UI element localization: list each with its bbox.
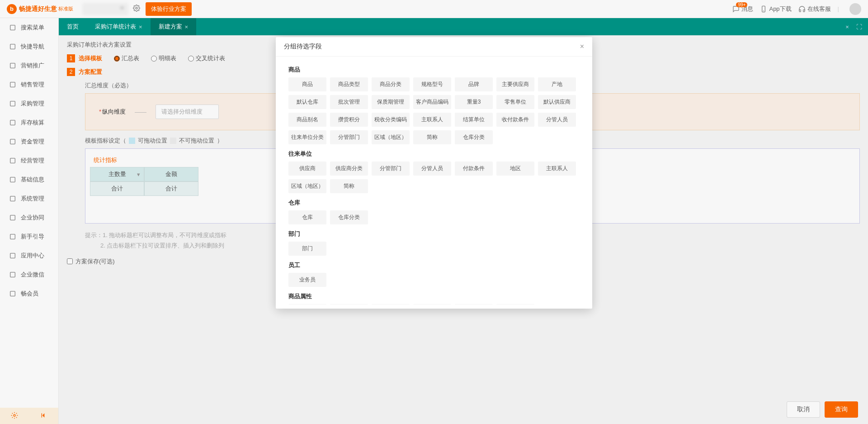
field-group-row: 部门 — [288, 242, 580, 256]
field-chip[interactable]: 结算单位 — [455, 113, 493, 127]
field-group-title: 商品 — [288, 66, 580, 74]
field-group-row: 业务员 — [288, 273, 580, 287]
field-chip[interactable]: 主联系人 — [413, 113, 451, 127]
field-chip[interactable]: 分管部门 — [330, 130, 368, 144]
field-chip[interactable]: 税收分类编码 — [372, 113, 410, 127]
field-group-row: 供应商供应商分类分管部门分管人员付款条件地区主联系人区域（地区）简称 — [288, 162, 580, 193]
field-chip[interactable]: 供应商 — [288, 162, 326, 176]
field-chip[interactable]: 部门 — [288, 242, 326, 256]
field-chip[interactable]: 仓库分类 — [330, 210, 368, 224]
field-chip[interactable]: 攒货积分 — [330, 113, 368, 127]
modal-hscroll[interactable] — [276, 305, 592, 309]
field-chip[interactable]: 简称 — [330, 179, 368, 193]
field-chip[interactable]: 主联系人 — [538, 162, 576, 176]
field-chip[interactable]: 商品 — [288, 77, 326, 91]
field-chip[interactable]: 规格型号 — [413, 77, 451, 91]
field-chip[interactable]: 产地 — [538, 77, 576, 91]
modal-header: 分组待选字段 × — [276, 37, 592, 57]
field-chip[interactable]: 付款条件 — [455, 162, 493, 176]
field-chip[interactable]: 分管人员 — [538, 113, 576, 127]
field-chip[interactable]: 分管人员 — [413, 162, 451, 176]
close-icon[interactable]: × — [580, 43, 584, 51]
field-chip[interactable]: 零售单位 — [496, 95, 534, 109]
field-chip[interactable]: 区域（地区） — [288, 179, 326, 193]
field-group-title: 商品属性 — [288, 292, 580, 300]
field-chip[interactable]: 重量3 — [455, 95, 493, 109]
field-group-title: 往来单位 — [288, 150, 580, 158]
field-chip[interactable]: 仓库分类 — [455, 130, 493, 144]
field-chip[interactable]: 区域（地区） — [372, 130, 410, 144]
field-chip[interactable]: 地区 — [496, 162, 534, 176]
field-chip[interactable]: 默认仓库 — [288, 95, 326, 109]
field-chip[interactable]: 商品类型 — [330, 77, 368, 91]
field-chip[interactable]: 主要供应商 — [496, 77, 534, 91]
field-chip[interactable]: 仓库 — [288, 210, 326, 224]
field-chip[interactable]: 批次管理 — [330, 95, 368, 109]
modal-mask: 分组待选字段 × 商品商品商品类型商品分类规格型号品牌主要供应商产地默认仓库批次… — [0, 0, 868, 424]
field-group-row: 商品商品类型商品分类规格型号品牌主要供应商产地默认仓库批次管理保质期管理客户商品… — [288, 77, 580, 144]
field-group-row: 仓库仓库分类 — [288, 210, 580, 224]
field-chip[interactable]: 商品分类 — [372, 77, 410, 91]
field-chip[interactable]: 默认供应商 — [538, 95, 576, 109]
field-chip[interactable]: 简称 — [413, 130, 451, 144]
field-chip[interactable]: 保质期管理 — [372, 95, 410, 109]
field-chip[interactable]: 客户商品编码 — [413, 95, 451, 109]
field-group-title: 部门 — [288, 230, 580, 238]
modal-title: 分组待选字段 — [284, 43, 322, 51]
field-select-modal: 分组待选字段 × 商品商品商品类型商品分类规格型号品牌主要供应商产地默认仓库批次… — [276, 37, 592, 309]
field-chip[interactable]: 商品别名 — [288, 113, 326, 127]
field-chip[interactable]: 业务员 — [288, 273, 326, 287]
field-chip[interactable]: 往来单位分类 — [288, 130, 326, 144]
modal-body: 商品商品商品类型商品分类规格型号品牌主要供应商产地默认仓库批次管理保质期管理客户… — [276, 57, 592, 305]
field-chip[interactable]: 供应商分类 — [330, 162, 368, 176]
field-group-title: 员工 — [288, 261, 580, 269]
field-group-title: 仓库 — [288, 199, 580, 207]
field-chip[interactable]: 分管部门 — [372, 162, 410, 176]
field-chip[interactable]: 收付款条件 — [496, 113, 534, 127]
field-chip[interactable]: 品牌 — [455, 77, 493, 91]
